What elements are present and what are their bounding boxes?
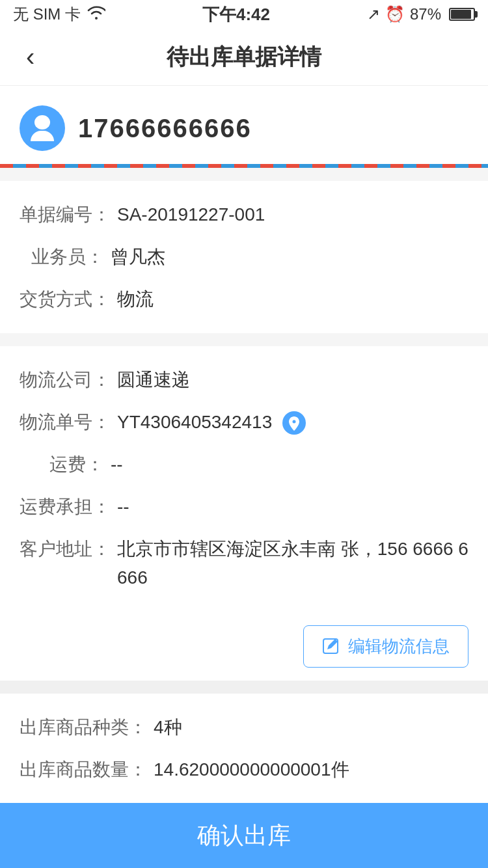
address-row: 客户地址： 北京市市辖区海淀区永丰南 张，156 6666 6666: [20, 535, 468, 593]
freight-value: --: [111, 450, 468, 480]
delivery-row: 交货方式： 物流: [20, 285, 468, 314]
back-button[interactable]: ‹: [20, 36, 41, 78]
freight-label: 运费：: [20, 450, 111, 480]
confirm-btn-label: 确认出库: [197, 820, 291, 852]
product-info-card: 出库商品种类： 4种 出库商品数量： 14.620000000000001件: [0, 694, 488, 798]
customer-phone: 17666666666: [78, 114, 252, 143]
tracking-label: 物流单号：: [20, 408, 117, 437]
freight-bear-value: --: [117, 493, 468, 522]
svg-point-0: [282, 411, 306, 435]
edit-icon: [322, 638, 340, 656]
logistics-card: 物流公司： 圆通速递 物流单号： YT4306405342413 运费： -- …: [0, 346, 488, 612]
order-info-card: 单据编号： SA-20191227-001 业务员： 曾凡杰 交货方式： 物流: [0, 181, 488, 333]
status-time: 下午4:42: [202, 5, 270, 24]
delivery-value: 物流: [117, 285, 468, 314]
freight-bear-label: 运费承担：: [20, 493, 117, 522]
confirm-outbound-button[interactable]: 确认出库: [0, 803, 488, 868]
location-status-icon: ↗: [367, 5, 380, 23]
order-no-row: 单据编号： SA-20191227-001: [20, 200, 468, 230]
tracking-number: YT4306405342413: [117, 408, 272, 437]
nav-bar: ‹ 待出库单据详情: [0, 29, 488, 86]
status-bar: 无 SIM 卡 下午4:42 ↗ ⏰ 87%: [0, 0, 488, 29]
section-divider: [0, 681, 488, 694]
address-value: 北京市市辖区海淀区永丰南 张，156 6666 6666: [117, 535, 468, 593]
customer-header: 17666666666: [0, 86, 488, 164]
freight-row: 运费： --: [20, 450, 468, 480]
freight-bear-row: 运费承担： --: [20, 493, 468, 522]
order-no-label: 单据编号：: [20, 200, 117, 230]
edit-btn-row: 编辑物流信息: [0, 612, 488, 681]
avatar: [20, 105, 65, 151]
page-title: 待出库单据详情: [167, 42, 321, 72]
logistics-company-row: 物流公司： 圆通速递: [20, 366, 468, 395]
logistics-company-value: 圆通速递: [117, 366, 468, 395]
tracking-row: 物流单号： YT4306405342413: [20, 408, 468, 437]
wifi-icon: [87, 5, 105, 23]
alarm-icon: ⏰: [385, 5, 405, 23]
carrier-text: 无 SIM 卡: [13, 4, 81, 25]
edit-logistics-button[interactable]: 编辑物流信息: [303, 625, 468, 668]
battery-text: 87%: [410, 5, 441, 23]
product-type-row: 出库商品种类： 4种: [20, 713, 468, 742]
dashed-separator: [0, 164, 488, 168]
order-no-value: SA-20191227-001: [117, 200, 468, 230]
product-type-label: 出库商品种类：: [20, 713, 154, 742]
battery-icon: [449, 8, 475, 21]
tracking-value: YT4306405342413: [117, 408, 468, 437]
edit-btn-label: 编辑物流信息: [348, 635, 450, 658]
salesman-label: 业务员：: [20, 243, 111, 272]
product-quantity-row: 出库商品数量： 14.620000000000001件: [20, 755, 468, 785]
salesman-value: 曾凡杰: [111, 243, 468, 272]
product-quantity-value: 14.620000000000001件: [154, 755, 468, 785]
logistics-company-label: 物流公司：: [20, 366, 117, 395]
address-label: 客户地址：: [20, 535, 117, 564]
product-quantity-label: 出库商品数量：: [20, 755, 154, 785]
map-location-icon[interactable]: [282, 411, 306, 435]
product-type-value: 4种: [154, 713, 468, 742]
salesman-row: 业务员： 曾凡杰: [20, 243, 468, 272]
delivery-label: 交货方式：: [20, 285, 117, 314]
